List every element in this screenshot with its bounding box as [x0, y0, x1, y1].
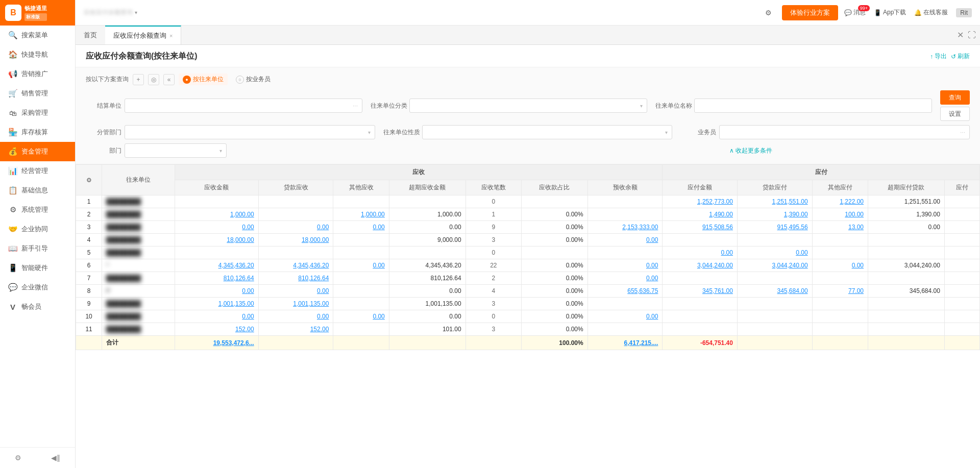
ap-loan: 915,495.56: [737, 221, 812, 234]
unit-name-input[interactable]: [694, 98, 932, 113]
sidebar-item-finance[interactable]: 💰 资金管理: [0, 142, 75, 161]
th-settings[interactable]: ⚙: [76, 165, 102, 195]
scheme-collapse-button[interactable]: «: [163, 74, 175, 85]
ap-loan: 0.00: [737, 247, 812, 259]
settings-gear-button[interactable]: ⚙: [762, 6, 776, 20]
row-num: 3: [76, 221, 102, 234]
ar-loan: 152.00: [258, 323, 333, 336]
ap-overdue: [868, 234, 945, 247]
settings-button[interactable]: ⚙: [11, 452, 26, 464]
scheme-item-by-salesperson[interactable]: ○ 按业务员: [232, 73, 275, 85]
dept-select[interactable]: ▾: [125, 125, 375, 139]
ap-loan: 3,044,240.00: [737, 259, 812, 272]
ar-amount: [175, 195, 258, 208]
unit-name: ████████: [102, 310, 175, 323]
app-download-button[interactable]: 📱 App下载: [874, 8, 906, 17]
ar-overdue: 810,126.64: [389, 272, 465, 285]
th-ar-other: 其他应收: [333, 180, 389, 195]
ar-amount: 0.00: [175, 285, 258, 298]
ap-other: [812, 298, 868, 310]
sidebar-item-marketing[interactable]: 📢 营销推广: [0, 64, 75, 84]
ar-prepaid: 655,636.75: [587, 285, 663, 298]
tab-home-label: 首页: [84, 31, 97, 40]
export-button[interactable]: ↑ 导出: [930, 52, 947, 61]
solution-button[interactable]: 体验行业方案: [782, 5, 838, 20]
service-icon: 🔔: [914, 9, 922, 16]
collapse-more-button[interactable]: ∧ 收起更多条件: [729, 144, 772, 157]
th-group-ap: 应付: [663, 165, 980, 180]
sidebar-item-basic[interactable]: 📋 基础信息: [0, 181, 75, 200]
ap-overdue: 3,044,240.00: [868, 259, 945, 272]
ar-ratio: 0.00%: [522, 285, 588, 298]
app-icon: 📱: [874, 9, 881, 16]
sidebar-item-purchase[interactable]: 🛍 采购管理: [0, 103, 75, 122]
ap-last: [944, 247, 979, 259]
filter-field-unit-name: 往来单位名称: [655, 98, 932, 113]
sub-dept-select[interactable]: ▾: [125, 143, 227, 158]
sidebar-item-system[interactable]: ⚙ 系统管理: [0, 200, 75, 219]
close-window-button[interactable]: ✕: [957, 30, 964, 40]
ap-last: [944, 195, 979, 208]
online-service-button[interactable]: 🔔 在线客服: [914, 8, 948, 17]
footer-ar-amount[interactable]: 19,553,472,6...: [175, 336, 258, 350]
sidebar-item-wechat[interactable]: 💬 企业微信: [0, 278, 75, 297]
ar-overdue: 1,000.00: [389, 208, 465, 221]
ar-amount: 810,126.64: [175, 272, 258, 285]
unit-type-select[interactable]: ▾: [409, 98, 647, 113]
footer-ar-prepaid[interactable]: 6,417,215....: [587, 336, 663, 350]
filter-field-salesperson: 业务员 ···: [680, 125, 970, 139]
ap-last: [944, 221, 979, 234]
settings-button[interactable]: 设置: [940, 107, 970, 121]
refresh-button[interactable]: ↺ 刷新: [951, 52, 970, 61]
sidebar-item-guide[interactable]: 📖 新手引导: [0, 239, 75, 258]
sidebar-item-management[interactable]: 📊 经营管理: [0, 161, 75, 181]
logo-text: 畅捷通里 标准版: [24, 5, 47, 21]
sidebar-item-sales[interactable]: 🛒 销售管理: [0, 84, 75, 103]
tab-close-button[interactable]: ×: [169, 33, 173, 39]
ap-last: [944, 234, 979, 247]
tab-active[interactable]: 应收应付余额查询 ×: [105, 26, 181, 44]
tab-home[interactable]: 首页: [76, 26, 105, 44]
breadcrumb-chevron-icon: ▾: [135, 10, 137, 15]
corp-icon: 🤝: [8, 225, 17, 234]
ar-prepaid: 0.00: [587, 234, 663, 247]
add-scheme-button[interactable]: +: [133, 74, 144, 85]
ar-amount: 1,001,135.00: [175, 298, 258, 310]
sidebar-item-label: 新手引导: [21, 244, 48, 253]
query-button[interactable]: 查询: [940, 90, 970, 105]
collapse-sidebar-button[interactable]: ◀‖: [47, 452, 64, 464]
sidebar-item-search[interactable]: 🔍 搜索菜单: [0, 26, 75, 45]
footer-ap-loan: [737, 336, 812, 350]
sidebar-item-nav[interactable]: 🏠 快捷导航: [0, 45, 75, 64]
message-button[interactable]: 💬 消息 99+: [844, 8, 866, 17]
footer-ar-ratio: 100.00%: [522, 336, 588, 350]
sidebar-item-hardware[interactable]: 📱 智能硬件: [0, 258, 75, 278]
sidebar-item-member[interactable]: V 畅会员: [0, 297, 75, 316]
settlement-input[interactable]: ···: [125, 98, 362, 113]
ar-other: [333, 234, 389, 247]
scheme-settings-button[interactable]: ◎: [148, 74, 159, 85]
th-group-ar: 应收: [175, 165, 663, 180]
sidebar-item-inventory[interactable]: 🏪 库存核算: [0, 122, 75, 142]
th-ar-prepaid: 预收余额: [587, 180, 663, 195]
ar-prepaid: [587, 323, 663, 336]
sidebar-item-label: 营销推广: [21, 69, 48, 79]
page-title: 应收应付余额查询(按往来单位): [86, 51, 198, 62]
salesperson-input[interactable]: ···: [719, 125, 970, 139]
table-row: 11 ████████ 152.00 152.00 101.00 3 0.00%: [76, 323, 980, 336]
unit-nature-select[interactable]: ▾: [422, 125, 673, 139]
ap-other: 77.00: [812, 285, 868, 298]
management-icon: 📊: [8, 166, 17, 176]
footer-ar-other: [333, 336, 389, 350]
scheme-item-by-unit[interactable]: ● 按往来单位: [179, 73, 228, 85]
filter-actions: 查询 设置: [940, 90, 970, 121]
ar-amount: 1,000.00: [175, 208, 258, 221]
scheme-item-label: 按往来单位: [193, 75, 224, 84]
ap-amount: 1,252,773.00: [663, 195, 738, 208]
sidebar-item-corp[interactable]: 🤝 企业协同: [0, 219, 75, 239]
main-content: 应收应付余额查询 ▾ ⚙ 体验行业方案 💬 消息 99+ 📱 App下载 🔔 在…: [76, 0, 980, 468]
ar-loan: 0.00: [258, 221, 333, 234]
ap-overdue: 0.00: [868, 221, 945, 234]
maximize-button[interactable]: ⛶: [968, 31, 976, 40]
data-table: ⚙ 往来单位 应收 应付 应收金额 贷款应收 其他应收 超期应收金额 应收笔数 …: [76, 164, 980, 350]
